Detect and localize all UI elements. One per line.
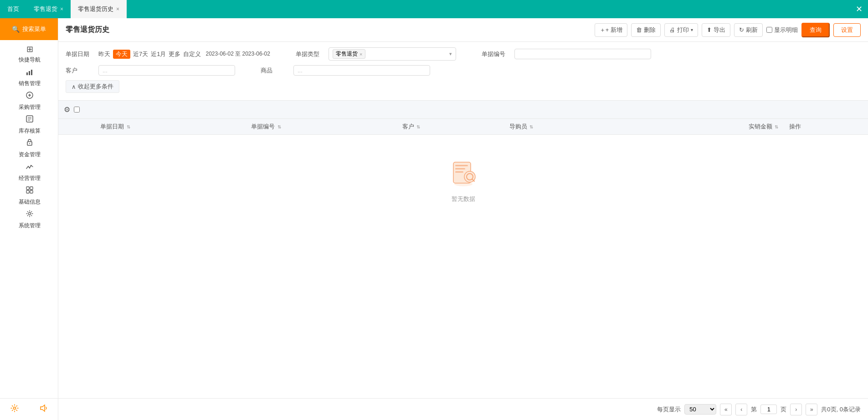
purchase-icon <box>26 91 34 102</box>
svg-marker-13 <box>41 405 45 411</box>
per-page-label: 每页显示 <box>657 405 681 414</box>
volume-icon[interactable] <box>39 404 48 415</box>
svg-rect-7 <box>26 187 29 190</box>
data-table: 单据日期 ⇅ 单据编号 ⇅ 客户 ⇅ <box>58 119 868 135</box>
svg-rect-18 <box>455 171 463 173</box>
svg-point-6 <box>29 143 30 144</box>
svg-rect-17 <box>455 168 465 169</box>
date-btn-custom[interactable]: 自定义 <box>183 50 201 58</box>
tag-close-icon[interactable]: × <box>360 51 362 57</box>
sidebar-item-finance[interactable]: 资金管理 <box>0 137 58 160</box>
svg-point-11 <box>29 213 31 215</box>
date-btn-7days[interactable]: 近7天 <box>133 50 148 58</box>
sidebar-menu: ⊞ 快捷导航 销售管理 采购管理 库存核算 <box>0 40 58 398</box>
tab-list: 首页 零售退货 × 零售退货历史 × <box>0 0 850 18</box>
sidebar-search[interactable]: 🔍 搜索菜单 <box>0 18 58 40</box>
column-settings-icon[interactable]: ⚙ <box>64 105 70 114</box>
type-tag: 零售退货 × <box>333 49 365 59</box>
show-detail-checkbox[interactable] <box>766 27 772 33</box>
th-number[interactable]: 单据编号 ⇅ <box>246 119 396 135</box>
sidebar-item-basic-info[interactable]: 基础信息 <box>0 184 58 208</box>
th-checkbox <box>77 119 95 135</box>
tab-retail-return[interactable]: 零售退货 × <box>26 0 71 18</box>
th-customer[interactable]: 客户 ⇅ <box>397 119 504 135</box>
new-button[interactable]: ＋ + 新增 <box>595 23 627 37</box>
type-filter-select[interactable]: 零售退货 × ▾ <box>329 47 456 61</box>
date-btn-more[interactable]: 更多 <box>169 50 180 58</box>
basic-info-icon <box>26 186 34 196</box>
customer-filter-input[interactable]: ... <box>98 65 235 76</box>
sidebar-item-inventory[interactable]: 库存核算 <box>0 113 58 137</box>
goods-filter-label: 商品 <box>261 67 286 75</box>
delete-button[interactable]: 🗑 删除 <box>631 23 661 37</box>
sort-number-icon: ⇅ <box>277 124 281 129</box>
type-filter-label: 单据类型 <box>296 50 321 58</box>
page-number-input[interactable] <box>760 405 777 414</box>
finance-icon <box>26 138 34 149</box>
operations-icon <box>26 162 34 173</box>
sidebar-item-system-mgmt[interactable]: 系统管理 <box>0 208 58 231</box>
doc-number-label: 单据编号 <box>482 50 507 58</box>
svg-rect-1 <box>29 71 30 75</box>
filter-row-2: 客户 ... 商品 ... <box>66 65 861 76</box>
next-page-button[interactable]: › <box>790 404 802 415</box>
sort-amount-icon: ⇅ <box>775 124 778 129</box>
svg-rect-16 <box>455 165 468 166</box>
tab-close-retail-return[interactable]: × <box>60 6 63 12</box>
empty-icon <box>445 153 482 190</box>
svg-rect-2 <box>31 70 32 75</box>
svg-rect-10 <box>30 190 33 193</box>
table-toolbar: ⚙ <box>58 101 868 119</box>
svg-point-12 <box>13 407 15 410</box>
th-amount[interactable]: 实销金额 ⇅ <box>633 119 784 135</box>
sidebar-item-purchase-mgmt[interactable]: 采购管理 <box>0 89 58 113</box>
total-info: 共0页, 0条记录 <box>821 405 861 414</box>
tab-close-retail-return-history[interactable]: × <box>116 6 119 12</box>
content-area: 零售退货历史 ＋ + 新增 🗑 删除 🖨 打印 ▾ ⬆ 导出 <box>58 18 868 420</box>
page-unit: 页 <box>781 405 786 414</box>
doc-number-input[interactable] <box>514 49 651 59</box>
date-filter-buttons: 昨天 今天 近7天 近1月 更多 自定义 2023-06-02 至 2023-0… <box>98 50 270 59</box>
table-header-row: 单据日期 ⇅ 单据编号 ⇅ 客户 ⇅ <box>58 119 868 135</box>
first-page-button[interactable]: « <box>720 404 732 415</box>
date-btn-today[interactable]: 今天 <box>113 50 130 59</box>
type-select-chevron: ▾ <box>449 51 452 57</box>
sales-icon <box>26 68 34 78</box>
date-range-display: 2023-06-02 至 2023-06-02 <box>205 50 270 58</box>
filter-row-1: 单据日期 昨天 今天 近7天 近1月 更多 自定义 2023-06-02 至 2… <box>66 47 861 61</box>
date-btn-yesterday[interactable]: 昨天 <box>98 50 110 58</box>
th-guide[interactable]: 导购员 ⇅ <box>504 119 633 135</box>
empty-state: 暂无数据 <box>58 135 868 221</box>
refresh-button[interactable]: ↻ 刷新 <box>734 23 763 37</box>
sort-customer-icon: ⇅ <box>416 124 420 129</box>
export-button[interactable]: ⬆ 导出 <box>702 23 730 37</box>
tab-home[interactable]: 首页 <box>0 0 26 18</box>
goods-filter-input[interactable]: ... <box>293 65 430 76</box>
sidebar-item-quick-nav[interactable]: ⊞ 快捷导航 <box>0 42 58 66</box>
page-header: 零售退货历史 ＋ + 新增 🗑 删除 🖨 打印 ▾ ⬆ 导出 <box>58 18 868 42</box>
filter-section: 单据日期 昨天 今天 近7天 近1月 更多 自定义 2023-06-02 至 2… <box>58 42 868 101</box>
select-all-checkbox[interactable] <box>74 107 80 113</box>
plus-icon: ＋ <box>600 26 606 34</box>
system-icon <box>26 210 34 220</box>
setting-button[interactable]: 设置 <box>833 23 861 37</box>
quick-nav-icon: ⊞ <box>26 44 33 54</box>
settings-bottom-icon[interactable] <box>10 404 19 415</box>
date-filter-label: 单据日期 <box>66 50 91 58</box>
date-btn-1month[interactable]: 近1月 <box>151 50 166 58</box>
last-page-button[interactable]: » <box>806 404 817 415</box>
sidebar-item-operations[interactable]: 经营管理 <box>0 160 58 184</box>
sidebar: 🔍 搜索菜单 ⊞ 快捷导航 销售管理 采购管理 <box>0 18 58 420</box>
show-detail-checkbox-label[interactable]: 显示明细 <box>766 26 798 34</box>
sidebar-item-sales-mgmt[interactable]: 销售管理 <box>0 66 58 89</box>
window-close-button[interactable]: ✕ <box>850 0 868 18</box>
prev-page-button[interactable]: ‹ <box>735 404 747 415</box>
collapse-button[interactable]: ∧ 收起更多条件 <box>66 80 119 93</box>
tab-retail-return-history[interactable]: 零售退货历史 × <box>71 0 127 18</box>
table-area: ⚙ 单据日期 ⇅ 单据编号 <box>58 101 868 420</box>
query-button[interactable]: 查询 <box>801 23 830 37</box>
print-button[interactable]: 🖨 打印 ▾ <box>664 23 698 37</box>
per-page-select[interactable]: 50 10 20 100 <box>684 404 716 415</box>
page-label: 第 <box>751 405 757 414</box>
th-date[interactable]: 单据日期 ⇅ <box>95 119 246 135</box>
